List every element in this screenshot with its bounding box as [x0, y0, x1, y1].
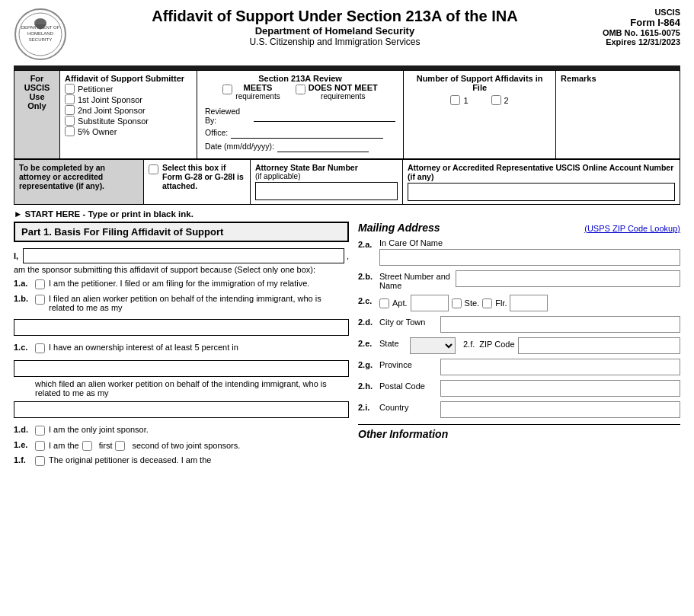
attorney-left-cell: To be completed by an attorney or accred… [14, 160, 144, 205]
postal-code-input[interactable] [440, 380, 680, 397]
q1b-input[interactable] [14, 319, 349, 336]
q1e-second-checkbox[interactable] [115, 441, 125, 451]
meets-checkbox-group[interactable]: MEETS requirements [222, 83, 280, 101]
main-content: Part 1. Basis For Filing Affidavit of Su… [14, 222, 680, 471]
section213-cell: Section 213A Review MEETS requirements D… [197, 71, 404, 159]
address-row-2g: 2.g. Province [358, 359, 680, 375]
country-input[interactable] [440, 401, 680, 418]
checkbox-substitute[interactable]: Substitute Sponsor [65, 116, 192, 126]
apt-input[interactable] [411, 295, 449, 311]
q1b-checkbox[interactable] [35, 295, 45, 305]
affidavit-2-check[interactable]: 2 [491, 95, 509, 105]
province-input[interactable] [440, 359, 680, 375]
question-1f: 1.f. The original petitioner is deceased… [14, 455, 349, 466]
left-column: Part 1. Basis For Filing Affidavit of Su… [14, 222, 349, 471]
svg-text:SECURITY: SECURITY [29, 37, 52, 42]
question-1d: 1.d. I am the only joint sponsor. [14, 425, 349, 436]
form-number: Form I-864 [603, 17, 680, 28]
attorney-rep-cell: Attorney or Accredited Representative US… [403, 160, 680, 205]
checkbox-1st-joint[interactable]: 1st Joint Sponsor [65, 94, 192, 104]
substitute-checkbox[interactable] [65, 116, 75, 126]
sponsor-name-line: I, , [14, 248, 349, 263]
zip-input[interactable] [518, 337, 680, 354]
expiration: Expires 12/31/2023 [603, 37, 680, 46]
1st-joint-checkbox[interactable] [65, 94, 75, 104]
address-row-2h: 2.h. Postal Code [358, 380, 680, 397]
question-1b: 1.b. I filed an alien worker petition on… [14, 294, 349, 312]
5pct-checkbox[interactable] [65, 126, 75, 136]
omb-number: OMB No. 1615-0075 [603, 28, 680, 37]
checkbox-petitioner[interactable]: Petitioner [65, 84, 192, 94]
reviewed-by-input[interactable] [254, 110, 395, 122]
remarks-cell: Remarks [556, 71, 680, 159]
for-uscis-cell: For USCIS Use Only [14, 71, 60, 159]
flr-input[interactable] [510, 295, 548, 311]
q1c-checkbox[interactable] [35, 343, 45, 353]
address-row-2e-2f: 2.e. State 2.f. ZIP Code [358, 337, 680, 354]
uscis-label: USCIS [603, 8, 680, 17]
q1e-first-checkbox[interactable] [82, 441, 92, 451]
q1c-relation-input[interactable] [14, 401, 349, 418]
q1a-checkbox[interactable] [35, 279, 45, 289]
form-info-block: USCIS Form I-864 OMB No. 1615-0075 Expir… [603, 8, 680, 46]
affidavit-2-checkbox[interactable] [491, 95, 501, 105]
g28-checkbox[interactable] [149, 164, 158, 174]
attorney-table: To be completed by an attorney or accred… [14, 159, 680, 205]
date-input[interactable] [277, 140, 369, 152]
other-info-header: Other Information [358, 424, 680, 440]
question-1a: 1.a. I am the petitioner. I filed or am … [14, 279, 349, 289]
start-here-label: ► START HERE - Type or print in black in… [14, 209, 680, 219]
mailing-address-header: Mailing Address (USPS ZIP Code Lookup) [358, 222, 680, 234]
question-1c: 1.c. I have an ownership interest of at … [14, 343, 349, 353]
bar-number-input[interactable] [255, 182, 398, 200]
am-sponsor-text: am the sponsor submitting this affidavit… [14, 265, 349, 274]
submitter-cell: Affidavit of Support Submitter Petitione… [60, 71, 197, 159]
right-column: Mailing Address (USPS ZIP Code Lookup) 2… [358, 222, 680, 471]
city-input[interactable] [440, 316, 680, 333]
sponsor-name-input[interactable] [23, 248, 344, 263]
q1c-company-input[interactable] [14, 360, 349, 377]
petitioner-checkbox[interactable] [65, 84, 75, 94]
address-row-2i: 2.i. Country [358, 401, 680, 418]
attorney-bar-cell: Attorney State Bar Number (if applicable… [251, 160, 403, 205]
address-row-2a: 2.a. In Care Of Name [358, 238, 680, 266]
does-not-meet-checkbox-group[interactable]: DOES NOT MEET requirements [296, 83, 378, 101]
review-section: Reviewed By: Office: Date (mm/dd/yyyy): [202, 104, 398, 155]
q1f-checkbox[interactable] [35, 456, 45, 466]
dept-label: Department of Homeland Security [75, 25, 595, 37]
uscis-use-table: For USCIS Use Only Affidavit of Support … [14, 70, 680, 159]
question-1e: 1.e. I am the first second of two joint … [14, 440, 349, 451]
does-not-meet-checkbox[interactable] [296, 85, 305, 94]
form-title: Affidavit of Support Under Section 213A … [75, 8, 595, 25]
2nd-joint-checkbox[interactable] [65, 105, 75, 115]
apt-checkbox[interactable] [379, 298, 389, 308]
ste-checkbox[interactable] [452, 298, 462, 308]
street-input[interactable] [456, 270, 680, 287]
usps-lookup-link[interactable]: (USPS ZIP Code Lookup) [584, 224, 680, 233]
part1-header: Part 1. Basis For Filing Affidavit of Su… [14, 222, 349, 242]
q1d-checkbox[interactable] [35, 426, 45, 436]
meets-checkbox[interactable] [222, 85, 232, 94]
uscis-logo: DEPARTMENT OF HOMELAND SECURITY [14, 8, 67, 61]
flr-checkbox[interactable] [482, 298, 492, 308]
in-care-of-input[interactable] [379, 249, 680, 266]
number-affidavits-cell: Number of Support Affidavits in File 1 2 [404, 71, 556, 159]
apt-ste-flr-row: Apt. Ste. Flr. [379, 295, 680, 311]
affidavit-1-check[interactable]: 1 [450, 95, 468, 105]
checkbox-2nd-joint[interactable]: 2nd Joint Sponsor [65, 105, 192, 115]
address-row-2b: 2.b. Street Number and Name [358, 270, 680, 290]
address-row-2d: 2.d. City or Town [358, 316, 680, 333]
checkbox-5pct-owner[interactable]: 5% Owner [65, 126, 192, 136]
address-row-2c: 2.c. Apt. Ste. Flr. [358, 295, 680, 311]
attorney-checkbox-cell[interactable]: Select this box if Form G-28 or G-28I is… [144, 160, 251, 205]
q1c-text2: which filed an alien worker petition on … [35, 379, 349, 397]
affidavit-1-checkbox[interactable] [450, 95, 460, 105]
q1e-checkbox[interactable] [35, 441, 45, 451]
svg-text:HOMELAND: HOMELAND [27, 31, 54, 36]
office-input[interactable] [231, 126, 383, 139]
agency-label: U.S. Citizenship and Immigration Service… [75, 37, 595, 47]
uscis-account-input[interactable] [408, 183, 675, 201]
header-title-block: Affidavit of Support Under Section 213A … [67, 8, 603, 47]
page-header: DEPARTMENT OF HOMELAND SECURITY Affidavi… [14, 8, 680, 61]
state-select[interactable] [410, 337, 456, 354]
